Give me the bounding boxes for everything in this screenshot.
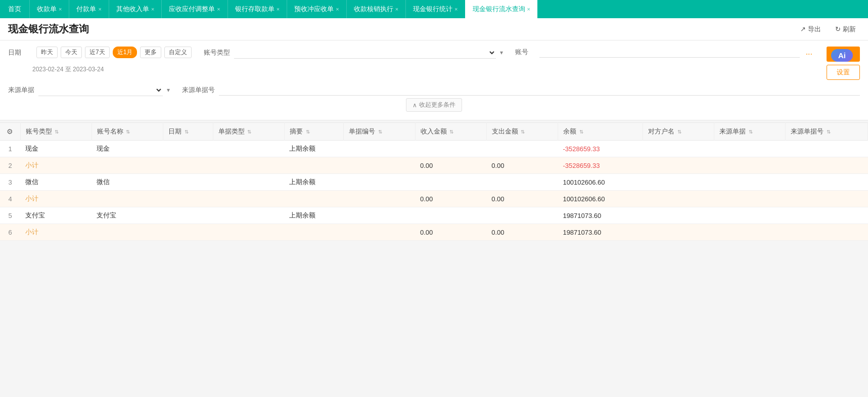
nav-tab-xianjin-tongji[interactable]: 现金银行统计 ×: [405, 0, 465, 18]
account-label: 账号: [515, 48, 535, 57]
close-icon[interactable]: ×: [217, 6, 220, 12]
row-source-doc: [714, 224, 786, 241]
row-source-doc: [714, 191, 786, 207]
refresh-button[interactable]: ↻ 刷新: [831, 23, 860, 36]
source-doc-no-column-header[interactable]: 来源单据号 ⇅: [786, 123, 868, 141]
row-account-name: [92, 191, 163, 207]
account-type-select[interactable]: [234, 47, 496, 59]
row-source-doc-no: [786, 224, 868, 241]
source-doc-no-label: 来源单据号: [182, 85, 215, 95]
account-name-column-header[interactable]: 账号名称 ⇅: [92, 123, 163, 141]
date-btn-yesterday[interactable]: 昨天: [36, 47, 58, 58]
row-doc-type: [213, 157, 284, 174]
row-balance: 19871073.60: [558, 224, 643, 241]
row-date: [163, 141, 213, 157]
sort-icon: ⇅: [827, 129, 831, 135]
gear-column-header[interactable]: ⚙: [0, 123, 20, 141]
date-label: 日期: [8, 48, 28, 57]
income-column-header[interactable]: 收入金额 ⇅: [415, 123, 486, 141]
row-doc-type: [213, 141, 284, 157]
row-account-type: 小计: [20, 157, 92, 174]
row-balance: 100102606.60: [558, 191, 643, 207]
top-nav: 首页 收款单 × 付款单 × 其他收入单 × 应收应付调整单 × 银行存取款单 …: [0, 0, 868, 18]
nav-tab-xianjin-liushui[interactable]: 现金银行流水查询 ×: [465, 0, 537, 18]
ai-badge[interactable]: Ai: [831, 49, 853, 62]
export-button[interactable]: ↗ 导出: [796, 23, 825, 36]
source-doc-no-input[interactable]: [219, 84, 860, 96]
close-icon[interactable]: ×: [98, 6, 101, 12]
row-income: [415, 207, 486, 224]
source-doc-select[interactable]: [38, 84, 163, 96]
row-account-type: 小计: [20, 191, 92, 207]
nav-tab-qitashouru[interactable]: 其他收入单 ×: [109, 0, 161, 18]
account-type-filter: 账号类型 ▾: [204, 47, 503, 59]
summary-column-header[interactable]: 摘要 ⇅: [284, 123, 343, 141]
sort-icon: ⇅: [185, 129, 189, 135]
row-summary: 上期余额: [284, 207, 343, 224]
date-btn-7days[interactable]: 近7天: [85, 47, 110, 58]
collapse-button[interactable]: ∧ 收起更多条件: [406, 98, 462, 112]
close-icon[interactable]: ×: [527, 6, 530, 12]
account-filter: 账号 ...: [515, 47, 814, 58]
row-no: 1: [0, 141, 20, 157]
page-title: 现金银行流水查询: [8, 22, 89, 36]
table-row: 4 小计 0.00 0.00 100102606.60: [0, 191, 868, 207]
nav-tab-yingshouyingfu[interactable]: 应收应付调整单 ×: [161, 0, 227, 18]
nav-tab-shoudan[interactable]: 收款单 ×: [29, 0, 69, 18]
close-icon[interactable]: ×: [395, 6, 398, 12]
close-icon[interactable]: ×: [151, 6, 154, 12]
table-row: 5 支付宝 支付宝 上期余额 19871073.60: [0, 207, 868, 224]
doc-type-column-header[interactable]: 单据类型 ⇅: [213, 123, 284, 141]
row-account-type: 微信: [20, 174, 92, 191]
source-doc-label: 来源单据: [8, 85, 34, 95]
row-source-doc-no: [786, 174, 868, 191]
account-type-column-header[interactable]: 账号类型 ⇅: [20, 123, 92, 141]
row-date: [163, 224, 213, 241]
date-column-header[interactable]: 日期 ⇅: [163, 123, 213, 141]
date-btn-custom[interactable]: 自定义: [164, 47, 192, 58]
doc-no-column-header[interactable]: 单据编号 ⇅: [344, 123, 415, 141]
source-doc-filter: 来源单据 ▾: [8, 84, 170, 96]
source-doc-column-header[interactable]: 来源单据 ⇅: [714, 123, 786, 141]
row-balance: 19871073.60: [558, 207, 643, 224]
sort-icon: ⇅: [378, 129, 382, 135]
close-icon[interactable]: ×: [336, 6, 339, 12]
close-icon[interactable]: ×: [277, 6, 280, 12]
export-icon: ↗: [800, 25, 806, 33]
row-income: [415, 174, 486, 191]
sort-icon: ⇅: [521, 129, 525, 135]
date-btn-more[interactable]: 更多: [140, 47, 161, 58]
expense-column-header[interactable]: 支出金额 ⇅: [486, 123, 558, 141]
row-counterparty: [643, 207, 714, 224]
settings-button[interactable]: 设置: [827, 65, 860, 80]
nav-home[interactable]: 首页: [0, 0, 29, 18]
row-summary: [284, 224, 343, 241]
row-summary: [284, 157, 343, 174]
balance-column-header[interactable]: 余额 ⇅: [558, 123, 643, 141]
table-container: ⚙ 账号类型 ⇅ 账号名称 ⇅ 日期 ⇅ 单据类型 ⇅: [0, 122, 868, 241]
row-doc-no: [344, 141, 415, 157]
row-balance: 100102606.60: [558, 174, 643, 191]
row-account-type: 支付宝: [20, 207, 92, 224]
account-input[interactable]: [539, 47, 799, 58]
row-balance: -3528659.33: [558, 157, 643, 174]
nav-tab-yushouchong[interactable]: 预收冲应收单 ×: [287, 0, 346, 18]
close-icon[interactable]: ×: [59, 6, 62, 12]
nav-tab-fukuan[interactable]: 付款单 ×: [69, 0, 108, 18]
gear-icon[interactable]: ⚙: [7, 127, 13, 136]
row-counterparty: [643, 191, 714, 207]
date-btn-today[interactable]: 今天: [61, 47, 82, 58]
row-source-doc-no: [786, 141, 868, 157]
more-options-button[interactable]: ...: [804, 48, 814, 57]
row-expense: 0.00: [486, 157, 558, 174]
refresh-icon: ↻: [835, 25, 841, 33]
sort-icon: ⇅: [55, 129, 59, 135]
chevron-down-icon: ▾: [167, 86, 170, 94]
nav-tab-shoukaun-hexiao[interactable]: 收款核销执行 ×: [346, 0, 405, 18]
date-btn-1month[interactable]: 近1月: [113, 47, 138, 58]
close-icon[interactable]: ×: [454, 6, 458, 12]
table-row: 2 小计 0.00 0.00 -3528659.33: [0, 157, 868, 174]
counterparty-column-header[interactable]: 对方户名 ⇅: [643, 123, 714, 141]
nav-tab-yinhangcunqu[interactable]: 银行存取款单 ×: [227, 0, 287, 18]
row-source-doc-no: [786, 191, 868, 207]
